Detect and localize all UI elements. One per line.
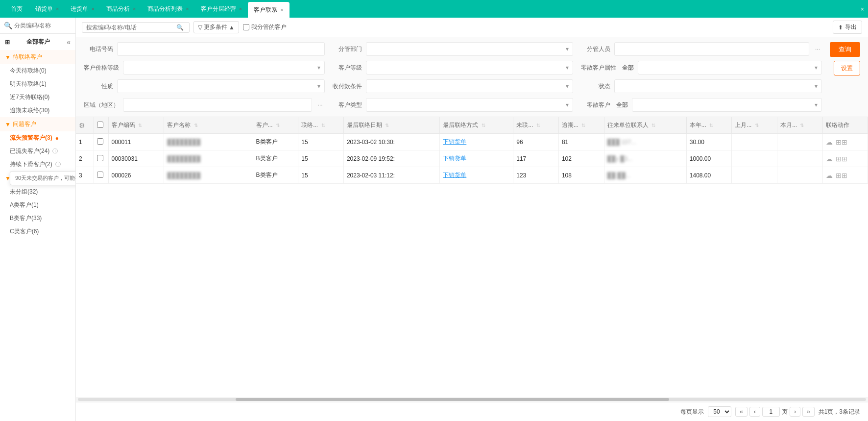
filter-manager-select[interactable] [614,42,809,56]
filter-retail-attr-select[interactable]: ▾ [638,61,822,74]
filter-region-dots[interactable]: ··· [316,101,325,108]
problem-tooltip: 90天未交易的客户，可能有流失风险。 [10,171,76,185]
sidebar-item-class-c[interactable]: C类客户(6) [0,225,75,238]
nav-purchase-close[interactable]: × [91,6,94,12]
sidebar-search-icon[interactable]: 🔍 [4,22,12,29]
sidebar-search-input[interactable] [14,22,76,29]
table-settings-gear-icon[interactable]: ⚙ [79,122,85,129]
row3-checkbox[interactable] [97,172,103,178]
filter-customer-type-select[interactable]: ▾ [366,98,574,112]
toolbar-search-container[interactable]: 🔍 [82,22,190,33]
class-c-label: C类客户(6) [10,227,39,236]
ungrouped-label: 未分组(32) [10,188,38,196]
sidebar-collapse-btn[interactable]: « [67,38,71,46]
more-conditions-button[interactable]: ▽ 更多条件 ▲ [193,21,239,33]
col-last-month-sort[interactable]: ⇅ [755,123,759,128]
col-this-year-sort[interactable]: ⇅ [709,123,713,128]
row1-more-action[interactable]: ⊞⊞ [836,138,847,146]
row2-more-action[interactable]: ⊞⊞ [836,155,847,163]
sidebar-item-overdue[interactable]: 逾期未联络(30) [0,104,75,117]
page-first-button[interactable]: « [735,407,747,417]
nav-customer-layer-close[interactable]: × [239,6,242,12]
col-overdue-sort[interactable]: ⇅ [581,123,585,128]
filter-status-select[interactable]: ▾ [614,79,822,93]
page-number-input[interactable] [762,407,780,417]
row3-more-action[interactable]: ⊞⊞ [836,172,847,179]
filter-manager-dots[interactable]: ··· [813,46,822,52]
filter-region-input[interactable] [123,98,312,112]
window-close-button[interactable]: × [861,4,864,13]
query-button[interactable]: 查询 [830,42,860,57]
class-b-label: B类客户(33) [10,214,42,223]
sidebar-item-today[interactable]: 今天待联络(0) [0,64,75,77]
my-customers-filter[interactable]: 我分管的客户 [243,23,287,31]
col-last-method-label: 最后联络方式 [443,122,478,128]
nav-product-analysis-list-close[interactable]: × [186,6,189,12]
sidebar-item-declining[interactable]: 持续下滑客户(2) ⓘ [0,158,75,171]
col-name-sort[interactable]: ⇅ [194,123,198,128]
nav-sales[interactable]: 销货单 × [29,0,65,18]
filter-payment: 收付款条件 ▾ [333,79,574,93]
export-button[interactable]: ⬆ 导出 [833,21,862,34]
filter-phone-input[interactable] [117,42,325,56]
per-page-select[interactable]: 50 [708,406,731,417]
filter-price-level-select[interactable]: ▾ [123,61,325,74]
filter-customer-level-select[interactable]: ▾ [366,61,574,74]
filter-retail-customer-select[interactable]: ▾ [632,98,822,112]
filter-payment-select[interactable]: ▾ [366,79,574,93]
sidebar-item-7days[interactable]: 近7天待联络(0) [0,91,75,104]
nav-sales-close[interactable]: × [56,6,59,12]
col-overdue-label: 逾期... [562,122,579,128]
row1-last-method[interactable]: 下销货单 [440,134,513,150]
table-header-checkbox[interactable] [97,122,103,128]
sidebar-item-tomorrow[interactable]: 明天待联络(1) [0,77,75,91]
row2-checkbox[interactable] [97,155,103,161]
nav-customer-layer[interactable]: 客户分层经营 × [195,0,248,18]
toolbar-search-icon[interactable]: 🔍 [176,24,184,31]
col-contact-sort[interactable]: ⇅ [321,123,325,128]
row1-checkbox[interactable] [97,138,103,145]
filter-retail-attr-value: 全部 [622,64,634,72]
filter-settings-button[interactable]: 设置 [834,61,860,75]
sidebar-item-churned[interactable]: 已流失客户(24) ⓘ [0,145,75,158]
scrollbar-thumb[interactable] [236,398,669,401]
my-customers-checkbox[interactable] [243,24,249,30]
nav-purchase[interactable]: 进货单 × [65,0,100,18]
filter-dept-select[interactable]: ▾ [366,42,574,56]
col-no-contact-label: 未联... [516,122,533,128]
page-prev-button[interactable]: ‹ [749,407,760,417]
col-last-method-sort[interactable]: ⇅ [482,123,485,128]
sidebar-item-ungrouped[interactable]: 未分组(32) [0,185,75,198]
col-this-month-sort[interactable]: ⇅ [800,123,804,128]
sidebar-group-title-problem[interactable]: ▼ 问题客户 [0,117,75,131]
nav-customer-contact-close[interactable]: × [280,7,283,13]
sidebar-all-customers[interactable]: ⊞ 全部客户 « [0,34,75,50]
toolbar-search-input[interactable] [86,24,174,31]
table-col-contact: 联络... ⇅ [298,117,344,134]
nav-product-analysis-close[interactable]: × [133,6,136,12]
horizontal-scrollbar[interactable] [76,397,868,402]
sidebar-item-class-a[interactable]: A类客户(1) [0,198,75,212]
page-next-button[interactable]: › [790,407,800,417]
col-code-sort[interactable]: ⇅ [138,123,142,128]
nav-product-analysis-list[interactable]: 商品分析列表 × [142,0,194,18]
page-last-button[interactable]: » [802,407,815,417]
col-company-contact-sort[interactable]: ⇅ [651,123,655,128]
row3-contact-action[interactable]: ☁ [826,172,833,179]
sidebar-group-title-pending[interactable]: ▼ 待联络客户 [0,50,75,64]
nav-customer-contact[interactable]: 客户联系 × [248,2,289,18]
row1-contact-action[interactable]: ☁ [826,138,833,146]
row2-contact-action[interactable]: ☁ [826,155,833,163]
row3-last-method[interactable]: 下销货单 [440,167,513,184]
col-last-date-sort[interactable]: ⇅ [385,123,389,128]
filter-nature-select[interactable]: ▾ [117,79,325,93]
col-no-contact-sort[interactable]: ⇅ [536,123,540,128]
sidebar-item-class-b[interactable]: B类客户(33) [0,212,75,225]
row3-company-contact: ██ ██... [604,167,686,184]
sidebar-item-churn-warning[interactable]: 流失预警客户(3) ● [0,131,75,145]
col-contact-label: 联络... [301,122,318,128]
nav-product-analysis[interactable]: 商品分析 × [100,0,142,18]
col-type-sort[interactable]: ⇅ [276,123,280,128]
nav-home[interactable]: 首页 [4,0,29,18]
row2-last-method[interactable]: 下销货单 [440,150,513,167]
